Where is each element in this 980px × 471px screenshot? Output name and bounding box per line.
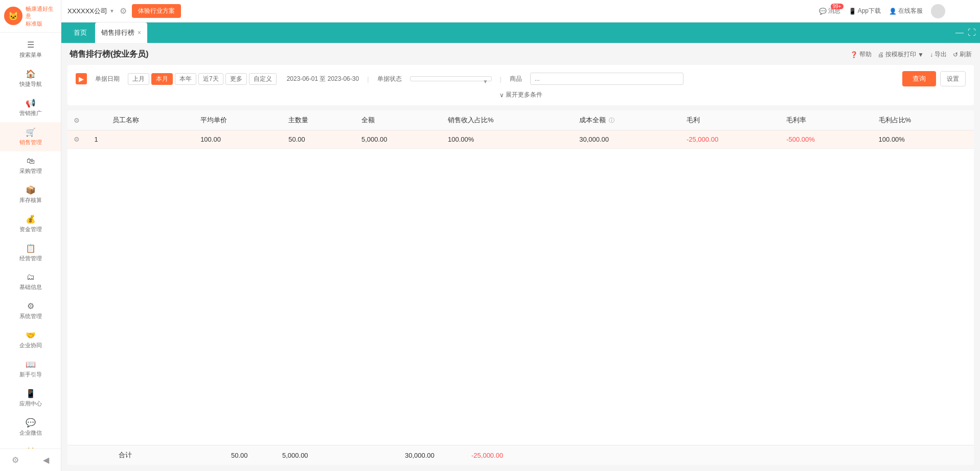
company-settings-icon[interactable]: ⚙ bbox=[120, 6, 127, 16]
message-button[interactable]: 💬 消息 99+ bbox=[819, 7, 840, 15]
tab-bar-right: — ⛶ bbox=[955, 28, 976, 37]
wechat-icon: 💬 bbox=[26, 418, 36, 428]
sidebar-item-guide[interactable]: 📖新手引导 bbox=[0, 354, 61, 384]
sidebar-label-apps: 应用中心 bbox=[19, 400, 42, 408]
sidebar-item-sales[interactable]: 🛒销售管理 bbox=[0, 122, 61, 151]
date-btn-更多[interactable]: 更多 bbox=[225, 73, 247, 85]
col-gross-rate: 毛利率 bbox=[780, 110, 872, 130]
sidebar-item-marketing[interactable]: 📢营销推广 bbox=[0, 93, 61, 122]
sidebar-item-collab[interactable]: 🤝企业协同 bbox=[0, 325, 61, 354]
help-link[interactable]: ❓ 帮助 bbox=[850, 50, 872, 59]
footer-cost: 30,000.00 bbox=[405, 452, 435, 459]
header-right: 💬 消息 99+ 📱 App下载 👤 在线客服 bbox=[819, 4, 974, 18]
status-caret-icon: ▼ bbox=[483, 79, 488, 84]
sidebar-item-wechat[interactable]: 💬企业微信 bbox=[0, 413, 61, 442]
sidebar-item-inventory[interactable]: 📦库存核算 bbox=[0, 180, 61, 209]
tab-sales-ranking[interactable]: 销售排行榜 × bbox=[95, 23, 147, 43]
message-icon: 💬 bbox=[819, 8, 827, 15]
sidebar-label-inventory: 库存核算 bbox=[19, 196, 42, 204]
row-quantity: 50.00 bbox=[282, 130, 355, 149]
sidebar-label-search: 搜索菜单 bbox=[19, 51, 42, 59]
sidebar-label-wechat: 企业微信 bbox=[19, 429, 42, 437]
cost-info-icon[interactable]: ⓘ bbox=[609, 117, 614, 123]
col-gross: 毛利 bbox=[680, 110, 780, 130]
goods-input[interactable] bbox=[530, 73, 683, 85]
sidebar-item-search[interactable]: ☰搜索菜单 bbox=[0, 35, 61, 64]
date-btn-上月[interactable]: 上月 bbox=[128, 73, 149, 85]
sidebar-item-system[interactable]: ⚙系统管理 bbox=[0, 296, 61, 325]
trial-button[interactable]: 体验行业方案 bbox=[132, 4, 181, 18]
page-actions: ❓ 帮助 🖨 按模板打印 ▼ ↓ 导出 ↺ 刷新 bbox=[850, 50, 972, 59]
export-link[interactable]: ↓ 导出 bbox=[930, 50, 947, 59]
date-btn-自定义[interactable]: 自定义 bbox=[249, 73, 277, 85]
print-caret-icon: ▼ bbox=[918, 51, 924, 58]
footer-cells: 合计 50.00 5,000.00 30,000.00 -25,000.00 bbox=[74, 451, 968, 460]
row-rank: 1 bbox=[86, 130, 106, 149]
footer-label: 合计 bbox=[119, 451, 132, 459]
company-caret-icon: ▼ bbox=[109, 8, 115, 14]
sidebar-label-shortcuts: 快捷导航 bbox=[19, 80, 42, 88]
sidebar-item-operations[interactable]: 📋经营管理 bbox=[0, 238, 61, 267]
date-btn-近7天[interactable]: 近7天 bbox=[198, 73, 223, 85]
sidebar-collapse-icon[interactable]: ◀ bbox=[39, 453, 53, 467]
row-amount: 5,000.00 bbox=[355, 130, 442, 149]
filter-expand-toggle[interactable]: ▶ bbox=[76, 73, 87, 84]
filter-row-1: ▶ 单据日期 上月本月本年近7天更多自定义 2023-06-01 至 2023-… bbox=[76, 71, 966, 86]
sidebar-settings-icon[interactable]: ⚙ bbox=[8, 453, 23, 467]
settings-button[interactable]: 设置 bbox=[940, 71, 966, 86]
top-header: XXXXXX公司 ▼ ⚙ 体验行业方案 💬 消息 99+ 📱 App下载 👤 在… bbox=[61, 0, 980, 23]
date-btn-本月[interactable]: 本月 bbox=[151, 73, 173, 85]
status-select[interactable]: ▼ bbox=[410, 76, 492, 81]
tab-close-icon[interactable]: × bbox=[138, 29, 141, 36]
row-settings[interactable]: ⚙ bbox=[67, 130, 86, 149]
help-icon: ❓ bbox=[850, 51, 858, 58]
app-download-button[interactable]: 📱 App下载 bbox=[849, 7, 881, 15]
main-area: XXXXXX公司 ▼ ⚙ 体验行业方案 💬 消息 99+ 📱 App下载 👤 在… bbox=[61, 0, 980, 471]
sidebar-item-member[interactable]: 👑畅会员 bbox=[0, 442, 61, 448]
status-label: 单据状态 bbox=[377, 75, 402, 83]
company-name: XXXXXX公司 bbox=[67, 7, 107, 16]
tab-maximize-icon[interactable]: ⛶ bbox=[968, 28, 976, 37]
row-cost: 30,000.00 bbox=[573, 130, 680, 149]
query-button[interactable]: 查询 bbox=[902, 71, 936, 86]
table-body: ⚙ 1 100.00 50.00 5,000.00 100.00% 30,000… bbox=[67, 130, 974, 149]
content-area: 销售排行榜(按业务员) ❓ 帮助 🖨 按模板打印 ▼ ↓ 导出 ↺ 刷新 bbox=[61, 43, 980, 471]
sidebar-nav: ☰搜索菜单🏠快捷导航📢营销推广🛒销售管理🛍采购管理📦库存核算💰资金管理📋经营管理… bbox=[0, 33, 61, 448]
sidebar-item-basics[interactable]: 🗂基础信息 bbox=[0, 267, 61, 296]
search-icon: ☰ bbox=[27, 40, 34, 50]
goods-label: 商品 bbox=[510, 75, 522, 83]
sidebar-item-purchase[interactable]: 🛍采购管理 bbox=[0, 151, 61, 180]
tab-home[interactable]: 首页 bbox=[65, 23, 95, 43]
expand-more-button[interactable]: ∨ 展开更多条件 bbox=[499, 91, 542, 99]
guide-icon: 📖 bbox=[26, 360, 36, 369]
company-selector[interactable]: XXXXXX公司 ▼ bbox=[67, 7, 115, 16]
col-quantity: 主数量 bbox=[282, 110, 355, 130]
table-footer: 合计 50.00 5,000.00 30,000.00 -25,000.00 bbox=[67, 445, 974, 465]
date-btn-本年[interactable]: 本年 bbox=[175, 73, 196, 85]
chevron-down-icon: ∨ bbox=[499, 92, 504, 99]
sidebar-label-guide: 新手引导 bbox=[19, 371, 42, 378]
sidebar-item-apps[interactable]: 📱应用中心 bbox=[0, 384, 61, 413]
page-header: 销售排行榜(按业务员) ❓ 帮助 🖨 按模板打印 ▼ ↓ 导出 ↺ 刷新 bbox=[67, 49, 974, 60]
status-select-wrapper: ▼ bbox=[410, 76, 492, 81]
data-table: ⚙ 员工名称 平均单价 主数量 全额 销售收入占比% 成本全额 ⓘ bbox=[67, 110, 974, 149]
avatar[interactable] bbox=[931, 4, 945, 18]
marketing-icon: 📢 bbox=[26, 98, 36, 108]
operations-icon: 📋 bbox=[26, 243, 36, 253]
table-settings-icon[interactable]: ⚙ bbox=[74, 117, 80, 124]
online-service-button[interactable]: 👤 在线客服 bbox=[889, 7, 923, 15]
refresh-link[interactable]: ↺ 刷新 bbox=[953, 50, 972, 59]
row-employee bbox=[106, 130, 194, 149]
print-link[interactable]: 🖨 按模板打印 ▼ bbox=[878, 50, 924, 59]
sidebar-item-shortcuts[interactable]: 🏠快捷导航 bbox=[0, 64, 61, 93]
col-rank bbox=[86, 110, 106, 130]
service-icon: 👤 bbox=[889, 8, 897, 15]
tab-minimize-icon[interactable]: — bbox=[955, 28, 964, 37]
logo-icon: 🐱 bbox=[4, 7, 22, 25]
logo-text: 畅康通好生意 标准版 bbox=[26, 5, 57, 27]
col-avg-price: 平均单价 bbox=[194, 110, 282, 130]
print-icon: 🖨 bbox=[878, 51, 884, 58]
app-icon: 📱 bbox=[849, 8, 856, 15]
sidebar-item-finance[interactable]: 💰资金管理 bbox=[0, 209, 61, 238]
inventory-icon: 📦 bbox=[26, 185, 36, 195]
